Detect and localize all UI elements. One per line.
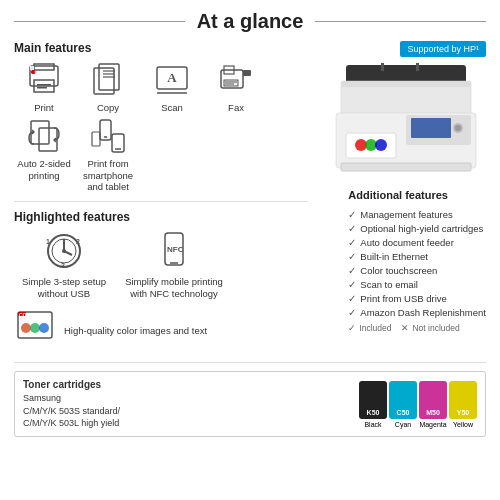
additional-feature-label-6: Print from USB drive — [360, 293, 447, 304]
check-icon-7: ✓ — [348, 307, 356, 318]
toner-info: Toner cartridges Samsung C/M/Y/K 503S st… — [23, 378, 351, 430]
auto2sided-label: Auto 2-sided printing — [14, 158, 74, 181]
x-legend-icon: ✕ — [401, 323, 409, 333]
scan-label: Scan — [161, 102, 183, 113]
svg-rect-4 — [37, 87, 47, 89]
cartridge-yellow: Y50 — [449, 381, 477, 419]
divider-1 — [14, 201, 308, 202]
legend-not-included-label: Not included — [412, 323, 459, 333]
legend-included: ✓ Included — [348, 323, 391, 333]
additional-feature-label-0: Management features — [360, 209, 452, 220]
svg-rect-59 — [341, 163, 471, 171]
svg-rect-1 — [34, 64, 54, 70]
toner-header: Toner cartridges — [23, 379, 101, 390]
svg-text:1: 1 — [46, 238, 50, 245]
additional-feature-label-5: Scan to email — [360, 279, 418, 290]
check-icon-6: ✓ — [348, 293, 356, 304]
smartphone-icon-wrapper — [89, 117, 127, 155]
additional-feature-label-4: Color touchscreen — [360, 265, 437, 276]
scan-icon-wrapper: A — [153, 61, 191, 99]
svg-text:A: A — [167, 70, 177, 85]
svg-point-34 — [62, 249, 66, 253]
title-line-left — [14, 21, 185, 22]
feature-scan: A Scan — [142, 61, 202, 113]
cartridge-magenta-label: M50 — [426, 409, 440, 416]
additional-features-list: ✓ Management features ✓ Optional high-yi… — [348, 207, 486, 319]
svg-point-58 — [375, 139, 387, 151]
additional-feature-2: ✓ Auto document feeder — [348, 235, 486, 249]
feature-print: C O Print — [14, 61, 74, 113]
feature-auto2sided: Auto 2-sided printing — [14, 117, 74, 192]
scan-icon: A — [154, 62, 190, 98]
additional-features: Additional features ✓ Management feature… — [348, 189, 486, 333]
feature-fax: Fax — [206, 61, 266, 113]
main-features-grid: C O Print — [14, 61, 308, 193]
svg-text:3: 3 — [61, 262, 65, 269]
svg-text:COLOR: COLOR — [19, 312, 37, 318]
hp-badge: Supported by HP¹ — [400, 41, 486, 57]
additional-feature-5: ✓ Scan to email — [348, 277, 486, 291]
legend-not-included: ✕ Not included — [401, 323, 459, 333]
svg-rect-19 — [243, 70, 251, 76]
svg-text:2: 2 — [76, 238, 80, 245]
divider-2 — [14, 362, 486, 363]
check-legend-icon: ✓ — [348, 323, 356, 333]
additional-feature-label-7: Amazon Dash Replenishment — [360, 307, 486, 318]
check-icon-5: ✓ — [348, 279, 356, 290]
nfc-icon-wrapper: NFC — [153, 230, 195, 272]
print-label: Print — [34, 102, 54, 113]
fax-label: Fax — [228, 102, 244, 113]
toner-brand: Samsung — [23, 393, 61, 403]
color-highlight-row: COLOR High-quality color images and text — [14, 308, 308, 354]
setup-icon-wrapper: 1 2 3 — [43, 230, 85, 272]
auto2sided-icon — [26, 118, 62, 154]
auto2sided-icon-wrapper — [25, 117, 63, 155]
copy-icon-wrapper — [89, 61, 127, 99]
cartridge-yellow-label: Y50 — [457, 409, 469, 416]
copy-icon — [90, 62, 126, 98]
additional-feature-4: ✓ Color touchscreen — [348, 263, 486, 277]
toner-model2: C/M/Y/K 503L high yield — [23, 418, 119, 428]
additional-feature-6: ✓ Print from USB drive — [348, 291, 486, 305]
cartridge-cyan-label: C50 — [397, 409, 410, 416]
main-features-header: Main features — [14, 41, 308, 55]
print-icon: C O — [26, 62, 62, 98]
svg-point-44 — [21, 323, 31, 333]
print-icon-wrapper: C O — [25, 61, 63, 99]
cartridge-cyan: C50 — [389, 381, 417, 419]
printer-svg — [326, 63, 486, 183]
fax-icon — [218, 62, 254, 98]
copy-label: Copy — [97, 102, 119, 113]
color-label: High-quality color images and text — [64, 325, 207, 337]
right-column: Supported by HP¹ — [316, 41, 486, 354]
svg-rect-61 — [416, 63, 419, 71]
content-row: Main features C O — [14, 41, 486, 354]
check-icon-0: ✓ — [348, 209, 356, 220]
additional-feature-1: ✓ Optional high-yield cartridges — [348, 221, 486, 235]
color-icon-wrapper: COLOR — [14, 308, 56, 350]
svg-point-46 — [39, 323, 49, 333]
left-column: Main features C O — [14, 41, 308, 354]
legend-included-label: Included — [359, 323, 391, 333]
svg-text:NFC: NFC — [167, 245, 184, 254]
svg-rect-27 — [92, 132, 100, 146]
additional-feature-label-2: Auto document feeder — [360, 237, 453, 248]
nfc-label: Simplify mobile printing with NFC techno… — [124, 276, 224, 301]
highlight-setup: 1 2 3 Simple 3-step setup without USB — [14, 230, 114, 301]
smartphone-label: Print from smartphone and tablet — [78, 158, 138, 192]
label-magenta: Magenta — [419, 421, 447, 428]
check-icon-1: ✓ — [348, 223, 356, 234]
cartridge-image-area: K50 C50 M50 Y50 Black Cyan Magenta Yello… — [359, 381, 477, 428]
svg-rect-47 — [346, 65, 466, 83]
highlighted-features-section: 1 2 3 Simple 3-step setup without USB NF… — [14, 230, 308, 301]
title-line-right — [315, 21, 486, 22]
label-black: Black — [359, 421, 387, 428]
page-title: At a glance — [185, 10, 316, 33]
additional-features-header: Additional features — [348, 189, 486, 201]
check-icon-2: ✓ — [348, 237, 356, 248]
check-icon-4: ✓ — [348, 265, 356, 276]
nfc-icon: NFC — [153, 230, 195, 272]
highlighted-features-header: Highlighted features — [14, 210, 308, 224]
setup-label: Simple 3-step setup without USB — [14, 276, 114, 301]
feature-copy: Copy — [78, 61, 138, 113]
